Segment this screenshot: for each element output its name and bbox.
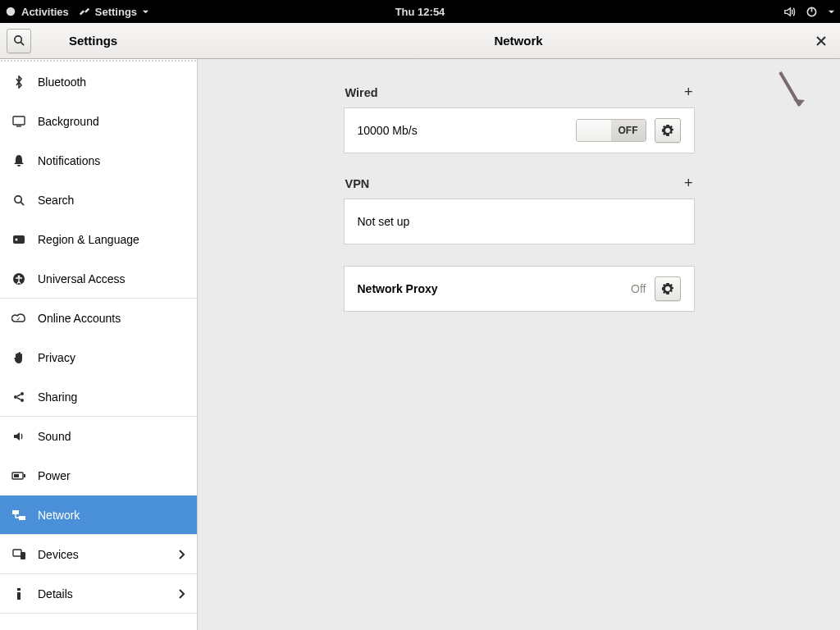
vpn-row: Not set up xyxy=(345,199,694,244)
chevron-right-icon xyxy=(178,589,185,599)
svg-rect-9 xyxy=(13,235,25,244)
cloud-icon: ✓ xyxy=(11,311,26,326)
sidebar-item-label: Privacy xyxy=(38,351,75,364)
sidebar-item-universal-access[interactable]: Universal Access xyxy=(0,259,197,299)
info-icon xyxy=(11,587,26,601)
sidebar-item-label: Universal Access xyxy=(38,272,126,285)
svg-rect-20 xyxy=(12,510,19,514)
svg-point-14 xyxy=(14,395,17,399)
svg-point-3 xyxy=(14,36,21,43)
vpn-header: VPN xyxy=(345,177,370,190)
search-icon xyxy=(11,193,26,208)
sidebar-item-label: Background xyxy=(38,115,99,128)
hand-icon xyxy=(11,350,26,365)
toggle-off-label: OFF xyxy=(611,120,646,141)
sidebar-item-label: Region & Language xyxy=(38,233,139,246)
sidebar-item-label: Search xyxy=(38,194,74,207)
svg-point-12 xyxy=(18,275,21,277)
tools-icon xyxy=(79,6,90,17)
sidebar-item-devices[interactable]: Devices xyxy=(0,535,197,574)
sidebar-item-label: Online Accounts xyxy=(38,312,121,325)
svg-point-10 xyxy=(16,239,18,241)
display-icon xyxy=(11,114,26,129)
sidebar[interactable]: Bluetooth Background Notifications Searc… xyxy=(0,59,198,630)
sidebar-item-label: Sound xyxy=(38,430,71,443)
vpn-section: VPN + Not set up xyxy=(344,175,695,244)
activities-button[interactable]: Activities xyxy=(5,6,69,18)
power-icon[interactable] xyxy=(806,6,818,18)
volume-icon xyxy=(11,429,26,444)
chevron-right-icon xyxy=(178,550,185,559)
globe-icon xyxy=(11,232,26,247)
gnome-foot-icon xyxy=(5,6,16,17)
sidebar-item-network[interactable]: Network xyxy=(0,495,197,535)
devices-icon xyxy=(11,547,26,562)
sidebar-item-details[interactable]: Details xyxy=(0,574,197,614)
sidebar-item-label: Sharing xyxy=(38,390,77,404)
svg-point-16 xyxy=(21,399,24,402)
sidebar-item-sound[interactable]: Sound xyxy=(0,417,197,456)
activities-label: Activities xyxy=(21,6,69,18)
wired-toggle[interactable]: OFF xyxy=(576,119,646,142)
svg-rect-22 xyxy=(13,550,21,556)
sidebar-item-label: Bluetooth xyxy=(38,75,86,89)
add-wired-button[interactable]: + xyxy=(684,84,693,101)
svg-point-15 xyxy=(21,392,24,395)
wired-section: Wired + 10000 Mb/s OFF xyxy=(344,84,695,153)
sidebar-item-search[interactable]: Search xyxy=(0,180,197,220)
svg-marker-27 xyxy=(793,99,805,106)
proxy-label: Network Proxy xyxy=(358,282,438,295)
bell-icon xyxy=(11,153,26,168)
volume-icon[interactable] xyxy=(783,6,796,18)
main-content: Wired + 10000 Mb/s OFF xyxy=(198,59,840,630)
proxy-row[interactable]: Network Proxy Off xyxy=(345,267,694,311)
chevron-down-icon xyxy=(142,8,149,16)
svg-line-4 xyxy=(21,42,24,45)
search-button[interactable] xyxy=(7,29,31,53)
sidebar-item-label: Power xyxy=(38,469,71,482)
vpn-status: Not set up xyxy=(358,215,410,228)
svg-line-26 xyxy=(780,72,800,106)
svg-rect-23 xyxy=(21,552,25,559)
top-settings-label: Settings xyxy=(95,6,137,18)
svg-point-7 xyxy=(14,195,21,202)
share-icon xyxy=(11,390,26,404)
sidebar-item-background[interactable]: Background xyxy=(0,102,197,141)
sidebar-item-label: Network xyxy=(38,509,80,522)
proxy-settings-button[interactable] xyxy=(655,276,681,301)
proxy-status: Off xyxy=(631,282,646,295)
close-icon xyxy=(816,36,826,46)
add-vpn-button[interactable]: + xyxy=(684,175,693,192)
top-settings-menu[interactable]: Settings xyxy=(79,6,149,18)
sidebar-item-notifications[interactable]: Notifications xyxy=(0,141,197,180)
sidebar-item-online-accounts[interactable]: ✓ Online Accounts xyxy=(0,299,197,338)
svg-rect-5 xyxy=(13,116,25,125)
svg-rect-25 xyxy=(17,592,21,600)
sidebar-item-sharing[interactable]: Sharing xyxy=(0,377,197,417)
gear-icon xyxy=(661,282,674,295)
sidebar-item-privacy[interactable]: Privacy xyxy=(0,338,197,377)
gear-icon xyxy=(661,124,674,137)
wired-speed: 10000 Mb/s xyxy=(358,124,418,137)
bluetooth-icon xyxy=(11,75,26,89)
search-icon xyxy=(13,34,25,47)
svg-rect-19 xyxy=(14,474,19,477)
clock[interactable]: Thu 12:54 xyxy=(395,6,445,18)
sidebar-title: Settings xyxy=(69,34,117,48)
wired-connection-row: 10000 Mb/s OFF xyxy=(345,108,694,153)
sidebar-item-label: Devices xyxy=(38,548,79,561)
sidebar-item-bluetooth[interactable]: Bluetooth xyxy=(0,62,197,102)
sidebar-item-power[interactable]: Power xyxy=(0,456,197,495)
svg-line-8 xyxy=(21,202,24,205)
sidebar-item-label: Notifications xyxy=(38,154,100,167)
network-icon xyxy=(11,508,26,523)
page-title: Network xyxy=(494,34,542,48)
header-bar: Settings Network xyxy=(0,23,840,59)
svg-text:✓: ✓ xyxy=(16,317,21,322)
svg-rect-21 xyxy=(19,516,25,520)
close-button[interactable] xyxy=(810,30,832,52)
sidebar-item-region[interactable]: Region & Language xyxy=(0,220,197,259)
chevron-down-icon[interactable] xyxy=(828,8,835,16)
svg-point-0 xyxy=(7,7,16,16)
wired-settings-button[interactable] xyxy=(655,118,681,143)
